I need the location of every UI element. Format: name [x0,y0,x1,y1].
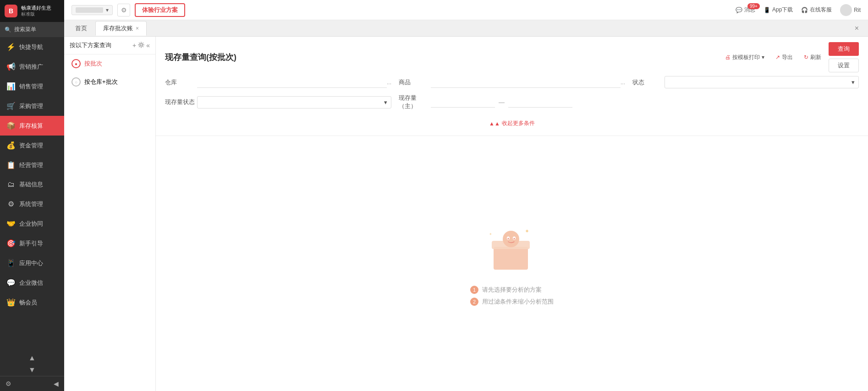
sidebar-item-member[interactable]: 👑 畅会员 [0,293,64,312]
export-label: 导出 [782,54,793,61]
message-badge: 99+ [747,3,760,9]
stock-qty-filter-group: 现存量（主） — [399,94,625,110]
edition-label: 标准版 [21,11,51,17]
headset-icon: 🎧 [801,7,808,13]
scheme-item-batch[interactable]: ● 按批次 [64,54,155,73]
marketing-icon: 📢 [6,62,16,71]
sidebar-nav: ⚡ 快捷导航 📢 营销推广 📊 销售管理 🛒 采购管理 📦 库存核算 💰 资金管… [0,37,64,352]
scheme-label: 按仓库+批次 [84,78,118,86]
export-btn[interactable]: ↗ 导出 [772,52,797,63]
query-btn[interactable]: 查询 [829,42,859,56]
business-icon: 📋 [6,161,16,169]
tab-close-icon[interactable]: × [136,25,139,32]
nav-label: 库存核算 [19,122,43,130]
sidebar-item-wechat[interactable]: 💬 企业微信 [0,273,64,293]
sidebar-item-sales[interactable]: 📊 销售管理 [0,76,64,96]
warehouse-more-btn[interactable]: ... [387,79,391,86]
product-more-btn[interactable]: ... [621,79,625,86]
hint-text-2: 用过滤条件来缩小分析范围 [482,298,554,306]
scheme-inactive-icon: ○ [71,77,81,87]
nav-label: 基础信息 [19,180,43,189]
stock-qty-to-input[interactable] [508,97,572,108]
nav-label: 销售管理 [19,82,43,91]
nav-label: 新手引导 [19,239,43,248]
sidebar-item-finance[interactable]: 💰 资金管理 [0,136,64,155]
sidebar-settings-btn[interactable]: ⚙ [5,380,11,387]
sidebar-header: B 畅康通好生意 标准版 [0,0,64,22]
enterprise-icon: 🤝 [6,219,16,228]
stock-status-label: 现存量状态 [165,98,197,106]
warehouse-input[interactable] [197,77,387,88]
product-input[interactable] [431,77,621,88]
settings-btn[interactable]: 设置 [829,59,859,72]
nav-label: 快捷导航 [19,43,43,51]
experience-btn[interactable]: 体验行业方案 [135,3,185,17]
stock-status-select[interactable]: ▾ [197,96,391,109]
tab-inventory-batch[interactable]: 库存批次账 × [95,21,147,36]
stock-status-filter-group: 现存量状态 ▾ [165,96,391,109]
company-name: 畅康通好生意 [21,5,51,11]
empty-hint-2: 2 用过滤条件来缩小分析范围 [470,298,554,306]
sidebar-item-apps[interactable]: 📱 应用中心 [0,253,64,273]
scheme-settings-btn[interactable] [138,42,144,49]
warehouse-filter-group: 仓库 ... [165,77,391,88]
svg-point-3 [503,231,519,247]
status-label: 状态 [632,78,665,87]
status-select[interactable]: ▾ [665,76,859,88]
sidebar-search[interactable]: 🔍 搜索菜单 [0,22,64,37]
topbar-gear-button[interactable]: ⚙ [117,4,130,16]
system-icon: ⚙ [6,200,16,208]
collapse-panel-btn[interactable]: « [146,42,150,49]
message-btn[interactable]: 💬 消息 99+ [736,6,755,14]
sidebar-scroll-up[interactable]: ▲ [0,352,64,364]
member-icon: 👑 [6,298,16,307]
page-title: 现存量查询(按批次) [165,52,236,63]
nav-label: 营销推广 [19,63,43,71]
filter-collapse-btn[interactable]: ▲▲ 收起更多条件 [165,116,859,131]
print-btn[interactable]: 🖨 按模板打印 ▾ [721,52,768,63]
dropdown-text [76,7,103,13]
empty-state: ✦ ✦ 1 请先选择要分析的方案 2 用过滤条件来缩小分析范围 [156,136,868,391]
add-scheme-btn[interactable]: + [132,42,136,49]
app-download-btn[interactable]: 📱 App下载 [764,6,793,14]
user-name: Rit [854,7,861,13]
newbie-icon: 🎯 [6,239,16,248]
close-panel-btn[interactable]: × [849,24,864,33]
stock-status-chevron-icon: ▾ [384,99,387,106]
topbar-dropdown[interactable]: ▾ [71,5,113,15]
topbar: ▾ ⚙ 体验行业方案 💬 消息 99+ 📱 App下载 🎧 在线客服 [64,0,868,20]
sidebar-item-quick-nav[interactable]: ⚡ 快捷导航 [0,37,64,57]
sidebar-item-basic[interactable]: 🗂 基础信息 [0,175,64,194]
stock-qty-from-input[interactable] [431,97,495,108]
page-header-actions: 🖨 按模板打印 ▾ ↗ 导出 ↻ 刷新 查询 设置 [721,42,859,72]
filter-row-1: 仓库 ... 商品 ... 状态 ▾ [165,76,859,88]
search-label: 搜索菜单 [14,26,36,33]
filter-area: 仓库 ... 商品 ... 状态 ▾ [156,76,868,136]
sidebar-item-purchase[interactable]: 🛒 采购管理 [0,96,64,116]
scheme-item-warehouse-batch[interactable]: ○ 按仓库+批次 [64,73,155,91]
hint-num-2: 2 [470,298,478,306]
sidebar-item-business[interactable]: 📋 经营管理 [0,155,64,175]
sidebar-collapse-btn[interactable]: ◀ [54,380,59,387]
refresh-btn[interactable]: ↻ 刷新 [800,52,825,63]
print-dropdown-icon: ▾ [762,54,764,60]
nav-label: 应用中心 [19,259,43,267]
hint-text-1: 请先选择要分析的方案 [482,286,542,294]
online-service-btn[interactable]: 🎧 在线客服 [801,6,832,14]
app-download-label: App下载 [772,6,793,14]
svg-text:✦: ✦ [525,228,529,234]
left-panel-header: 按以下方案查询 + « [64,37,155,54]
nav-label: 系统管理 [19,200,43,208]
sidebar-item-inventory[interactable]: 📦 库存核算 [0,116,64,136]
content-area: 按以下方案查询 + « ● 按批次 ○ 按仓库+ [64,37,868,391]
sidebar-item-enterprise[interactable]: 🤝 企业协同 [0,214,64,234]
sidebar-item-newbie[interactable]: 🎯 新手引导 [0,234,64,253]
gear-icon: ⚙ [121,6,127,14]
user-profile-btn[interactable]: Rit [840,4,861,16]
sidebar-item-system[interactable]: ⚙ 系统管理 [0,194,64,214]
sidebar-scroll-down[interactable]: ▼ [0,364,64,376]
empty-hints: 1 请先选择要分析的方案 2 用过滤条件来缩小分析范围 [470,286,554,306]
svg-rect-1 [494,247,528,270]
tab-home[interactable]: 首页 [68,22,94,35]
sidebar-item-marketing[interactable]: 📢 营销推广 [0,57,64,76]
